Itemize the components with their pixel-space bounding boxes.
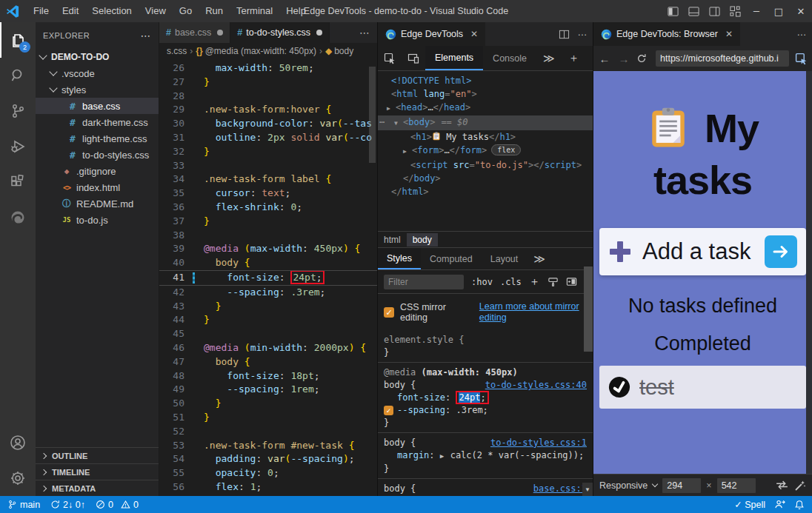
- menu-edit[interactable]: Edit: [56, 5, 85, 16]
- editor-more-actions-icon[interactable]: ⋯: [352, 27, 377, 38]
- dom-node-0[interactable]: <!DOCTYPE html>: [378, 74, 593, 87]
- section-metadata[interactable]: METADATA: [36, 480, 159, 496]
- stylesheet-link[interactable]: to-do-styles.css:40: [485, 379, 587, 392]
- scroll-down-icon[interactable]: ▼: [582, 483, 593, 496]
- back-icon[interactable]: ←: [598, 53, 611, 65]
- search-activity-icon[interactable]: [0, 58, 36, 93]
- tab-base-css[interactable]: # base.css: [159, 22, 230, 43]
- color-format-icon[interactable]: [548, 276, 559, 287]
- dirty-dot-icon[interactable]: [316, 30, 322, 36]
- explorer-root-folder[interactable]: DEMO-TO-DO: [36, 49, 159, 65]
- dom-node-4[interactable]: <h1> My tasks</h1>: [378, 130, 593, 144]
- tab-to-do-styles-css[interactable]: # to-do-styles.css: [230, 22, 330, 43]
- code-line-46[interactable]: 46@media (min-width: 2000px) {: [159, 341, 377, 355]
- more-actions-icon[interactable]: ⋯: [797, 29, 807, 40]
- minimize-button[interactable]: ─: [745, 0, 768, 22]
- dom-node-6[interactable]: <script src="to-do.js"></script>: [378, 158, 593, 172]
- styles-tab-layout[interactable]: Layout: [482, 248, 528, 269]
- code-line-36[interactable]: 36 flex-shrink: 0;: [159, 201, 377, 215]
- breadcrumb-item[interactable]: {}@media (max-width: 450px): [196, 46, 316, 56]
- extensions-activity-icon[interactable]: [0, 164, 36, 200]
- code-line-37[interactable]: 37}: [159, 215, 377, 229]
- breadcrumb-item[interactable]: ◆body: [325, 46, 353, 56]
- tree-item--vscode[interactable]: .vscode: [36, 65, 159, 81]
- styles-tab-styles[interactable]: Styles: [378, 248, 421, 269]
- tree-item-to-do-styles-css[interactable]: #to-do-styles.css: [36, 147, 159, 163]
- close-icon[interactable]: ✕: [470, 29, 478, 39]
- computed-side-icon[interactable]: [566, 276, 577, 287]
- dom-crumb-html[interactable]: html: [378, 233, 407, 247]
- dom-crumb-body[interactable]: body: [407, 233, 438, 247]
- mirror-editing-checkbox[interactable]: ✓: [384, 307, 394, 318]
- source-control-activity-icon[interactable]: [0, 93, 36, 129]
- menu-help[interactable]: Help: [279, 5, 313, 16]
- close-button[interactable]: ✕: [790, 0, 812, 22]
- code-line-48[interactable]: 48 font-size: 18pt;: [159, 369, 377, 383]
- inspect-page-icon[interactable]: [795, 53, 808, 65]
- code-line-43[interactable]: 43 }: [159, 300, 377, 314]
- code-line-28[interactable]: 28: [159, 90, 377, 104]
- tree-item--gitignore[interactable]: ◆.gitignore: [36, 163, 159, 179]
- device-mode-select[interactable]: Responsive: [599, 480, 648, 491]
- expand-right-icon[interactable]: ▶: [387, 102, 396, 115]
- class-toggle-button[interactable]: .cls: [500, 277, 522, 287]
- inspect-element-icon[interactable]: [378, 46, 402, 70]
- property-checkbox[interactable]: ✓: [384, 406, 393, 415]
- code-line-49[interactable]: 49 --spacing: 1rem;: [159, 383, 377, 397]
- spell-checker-item[interactable]: ✓ Spell: [734, 499, 765, 510]
- toggle-sidebar-icon[interactable]: [662, 0, 683, 22]
- code-line-33[interactable]: 33: [159, 159, 377, 173]
- code-line-50[interactable]: 50 }: [159, 397, 377, 411]
- code-editor[interactable]: 26 max-width: 50rem;27}2829.new-task-for…: [159, 59, 377, 496]
- sync-item[interactable]: 2↓ 0↑: [50, 500, 85, 510]
- stylesheet-link[interactable]: base.css:1: [533, 483, 587, 495]
- submit-task-button[interactable]: [765, 235, 797, 268]
- explorer-activity-icon[interactable]: 2: [0, 22, 36, 58]
- edge-devtools-activity-icon[interactable]: [0, 200, 36, 235]
- code-line-31[interactable]: 31 outline: 2px solid var(--co: [159, 131, 377, 145]
- expand-right-icon[interactable]: ▶: [403, 145, 412, 158]
- css-property-margin[interactable]: margin: ▶ calc(2 * var(--spacing));: [384, 449, 587, 463]
- viewport-height-input[interactable]: 542: [717, 478, 756, 493]
- styles-filter-input[interactable]: Filter: [384, 275, 464, 289]
- dom-node-8[interactable]: </html>: [378, 185, 593, 198]
- code-line-34[interactable]: 34.new-task-form label {: [159, 172, 377, 187]
- tree-item-index-html[interactable]: <>index.html: [36, 179, 159, 195]
- url-input[interactable]: https://microsoftedge.github.i: [656, 50, 789, 67]
- code-line-32[interactable]: 32}: [159, 145, 377, 159]
- expand-down-icon[interactable]: ▼: [394, 117, 403, 130]
- breadcrumb-item[interactable]: s.css: [167, 46, 187, 56]
- section-outline[interactable]: OUTLINE: [36, 447, 159, 463]
- close-icon[interactable]: ✕: [725, 29, 733, 39]
- editor-scrollbar[interactable]: [369, 67, 376, 163]
- add-task-label[interactable]: Add a task: [642, 238, 754, 265]
- tree-item-light-theme-css[interactable]: #light-theme.css: [36, 130, 159, 147]
- node-menu-icon[interactable]: ⋯: [379, 115, 385, 129]
- css-property-font-size[interactable]: font-size: 24pt;: [384, 392, 587, 404]
- menu-go[interactable]: Go: [173, 5, 199, 16]
- code-line-45[interactable]: 45: [159, 327, 377, 341]
- tree-item-dark-theme-css[interactable]: #dark-theme.css: [36, 114, 159, 130]
- dom-tree[interactable]: <!DOCTYPE html><html lang="en">▶<head>…<…: [378, 71, 593, 231]
- code-line-39[interactable]: 39@media (max-width: 450px) {: [159, 242, 377, 256]
- code-line-29[interactable]: 29.new-task-form:hover {: [159, 103, 377, 117]
- code-line-47[interactable]: 47 body {: [159, 355, 377, 369]
- dom-node-3[interactable]: ⋯▼<body>== $0: [378, 115, 593, 130]
- styles-pane[interactable]: element.style {}@media (max-width: 450px…: [378, 330, 593, 496]
- explorer-more-actions-icon[interactable]: ⋯: [141, 30, 151, 41]
- styles-tab-computed[interactable]: Computed: [421, 248, 482, 269]
- more-tabs-icon[interactable]: ≫: [536, 46, 562, 70]
- tree-item-readme-md[interactable]: ⓘREADME.md: [36, 195, 159, 212]
- dom-node-2[interactable]: ▶<head>…</head>: [378, 101, 593, 115]
- device-emulation-icon[interactable]: [402, 46, 425, 70]
- code-line-40[interactable]: 40 body {: [159, 256, 377, 270]
- magic-wand-icon[interactable]: [794, 480, 806, 492]
- tree-item-to-do-js[interactable]: JSto-do.js: [36, 212, 159, 228]
- devtools-tab-console[interactable]: Console: [483, 46, 536, 70]
- devtools-tab-elements[interactable]: Elements: [425, 46, 483, 70]
- completed-task-item[interactable]: test: [599, 366, 806, 409]
- notifications-bell-icon[interactable]: [794, 500, 805, 510]
- add-task-form[interactable]: Add a task: [599, 228, 806, 275]
- code-line-44[interactable]: 44}: [159, 313, 377, 327]
- page-scrollbar[interactable]: [806, 71, 812, 474]
